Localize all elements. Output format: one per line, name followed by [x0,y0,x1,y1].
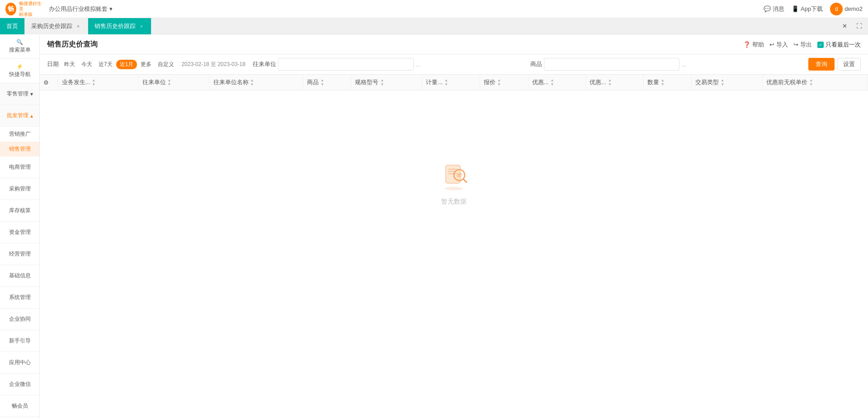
tab-sales-label: 销售历史价跟踪 [94,22,136,30]
export-btn[interactable]: ↪ 导出 [793,41,812,49]
sidebar-item-sales-mgmt[interactable]: 销售管理 [0,142,39,157]
sort-icon-pre-tax-price: ▲▼ [809,78,813,86]
col-trade-type[interactable]: 交易类型 ▲▼ [692,75,763,90]
help-btn[interactable]: ❓ 帮助 [743,41,764,49]
col-counterparty-name[interactable]: 往来单位名称 ▲▼ [209,75,303,90]
empty-text: 暂无数据 [441,198,467,206]
user-profile[interactable]: d demo2 [830,3,863,15]
sort-icon-quantity: ▲▼ [661,78,665,86]
date-option-last1m[interactable]: 近1月 [116,60,137,69]
col-biz-date[interactable]: 业务发生... ▲▼ [58,75,138,90]
date-option-custom[interactable]: 自定义 [155,60,177,69]
sidebar-item-enterprise-collab[interactable]: 企业协同 [0,309,39,330]
counterparty-label: 往来单位 [253,60,276,68]
date-filter-group: 日期 昨天 今天 近7天 近1月 更多 自定义 2023-02-18 至 202… [47,60,245,69]
col-spec[interactable]: 规格型号 ▲▼ [351,75,422,90]
app-center-label: 应用中心 [9,359,31,366]
sidebar-item-app-center[interactable]: 应用中心 [0,352,39,374]
tab-sales-history[interactable]: 销售历史价跟踪 × [88,18,151,34]
product-input[interactable] [544,58,679,71]
product-dots[interactable]: ... [681,61,686,68]
empty-state: 暂无数据 [40,90,868,271]
sidebar-item-finance[interactable]: 资金管理 [0,222,39,243]
tab-sales-close[interactable]: × [138,23,145,29]
sales-mgmt-label: 销售管理 [9,145,31,153]
data-table: ⚙ 业务发生... ▲▼ 往来单位 ▲▼ [40,75,868,271]
sort-icon-trade-type: ▲▼ [721,78,724,86]
table-container: ⚙ 业务发生... ▲▼ 往来单位 ▲▼ [40,75,868,418]
page-actions: ❓ 帮助 ↩ 导入 ↪ 导出 ✓ 只看最后一次 [743,41,861,49]
sort-icon-spec: ▲▼ [380,78,384,86]
sidebar-item-marketing[interactable]: 营销推广 [0,127,39,142]
svg-rect-4 [448,173,456,174]
sort-icon-quote: ▲▼ [497,78,501,86]
svg-point-6 [456,171,463,179]
col-discount1[interactable]: 优惠... ▲▼ [528,75,586,90]
col-discount2[interactable]: 优惠... ▲▼ [586,75,644,90]
col-product[interactable]: 商品 ▲▼ [303,75,351,90]
date-option-last7[interactable]: 近7天 [96,60,115,69]
counterparty-input[interactable] [278,58,414,71]
logo-area: 畅 畅捷通好生意 标准版 [5,1,42,17]
sidebar-item-retail-mgmt[interactable]: 零售管理 ▾ [0,83,39,105]
show-last-checkbox[interactable]: ✓ [817,42,824,48]
sidebar-item-purchase[interactable]: 采购管理 [0,178,39,200]
app-download-action[interactable]: 📱 App下载 [792,5,823,13]
settings-gear-icon[interactable]: ⚙ [43,79,49,86]
workspace-selector[interactable]: 办公用品行业模拟账套 ▾ [45,3,116,15]
tab-purchase-history[interactable]: 采购历史价跟踪 × [25,18,88,34]
quick-nav-label: 快捷导航 [9,71,31,78]
sidebar-item-ecommerce[interactable]: 电商管理 [0,157,39,178]
sidebar-item-basic-info[interactable]: 基础信息 [0,265,39,287]
sidebar-item-member[interactable]: 畅会员 [0,395,39,417]
date-option-more[interactable]: 更多 [138,60,154,69]
import-icon: ↩ [769,41,774,48]
sidebar: 🔍 搜索菜单 ⚡ 快捷导航 零售管理 ▾ 批发管理 ▴ 营销推广 销售管理 电商… [0,34,40,418]
sort-icon-counterparty-name: ▲▼ [250,78,254,86]
product-filter-group: 商品 ... [530,58,801,71]
sidebar-item-system[interactable]: 系统管理 [0,287,39,309]
message-action[interactable]: 💬 消息 [764,5,784,13]
wholesale-mgmt-arrow: ▴ [30,113,33,119]
counterparty-filter-group: 往来单位 ... [253,58,524,71]
import-btn[interactable]: ↩ 导入 [769,41,788,49]
col-quantity[interactable]: 数量 ▲▼ [643,75,692,90]
table-body: 暂无数据 [40,90,868,272]
sidebar-item-new-guide[interactable]: 新手引导 [0,330,39,352]
sidebar-item-business[interactable]: 经营管理 [0,243,39,265]
date-option-yesterday[interactable]: 昨天 [61,60,78,69]
sidebar-item-search-menu[interactable]: 🔍 搜索菜单 [0,34,39,59]
settings-button[interactable]: 设置 [837,58,861,71]
page-title-row: 销售历史价查询 ❓ 帮助 ↩ 导入 ↪ 导出 ✓ [47,40,861,49]
retail-mgmt-arrow: ▾ [30,91,33,97]
sidebar-item-inventory[interactable]: 库存核算 [0,200,39,222]
sidebar-item-quick-nav[interactable]: ⚡ 快捷导航 [0,59,39,83]
retail-mgmt-label: 零售管理 [7,90,28,98]
sort-icon-discount1: ▲▼ [550,78,554,86]
date-filter-label: 日期 [47,60,59,68]
message-icon: 💬 [764,5,771,12]
tab-purchase-close[interactable]: × [75,23,81,29]
col-unit[interactable]: 计量... ▲▼ [422,75,480,90]
user-name: demo2 [844,5,863,12]
system-label: 系统管理 [9,294,31,301]
tab-home[interactable]: 首页 [0,18,25,34]
col-pre-tax-price[interactable]: 优惠前无税单价 ▲▼ [763,75,868,90]
date-option-today[interactable]: 今天 [79,60,95,69]
purchase-label: 采购管理 [9,185,31,193]
inventory-label: 库存核算 [9,207,31,214]
counterparty-dots[interactable]: ... [415,61,420,68]
tab-purchase-label: 采购历史价跟踪 [31,22,72,30]
workspace-name: 办公用品行业模拟账套 [49,5,108,13]
show-last-checkbox-label[interactable]: ✓ 只看最后一次 [817,41,861,49]
query-button[interactable]: 查询 [808,58,835,71]
sidebar-item-wholesale-mgmt[interactable]: 批发管理 ▴ [0,105,39,127]
tab-maximize-btn[interactable]: ⛶ [854,21,864,32]
col-counterparty[interactable]: 往来单位 ▲▼ [138,75,209,90]
tab-close-all-btn[interactable]: ✕ [839,21,850,32]
col-settings[interactable]: ⚙ [40,75,58,90]
svg-point-0 [445,187,463,190]
sidebar-item-enterprise-wechat[interactable]: 企业微信 [0,374,39,395]
col-quote[interactable]: 报价 ▲▼ [480,75,528,90]
filter-actions: 查询 设置 [808,58,861,71]
